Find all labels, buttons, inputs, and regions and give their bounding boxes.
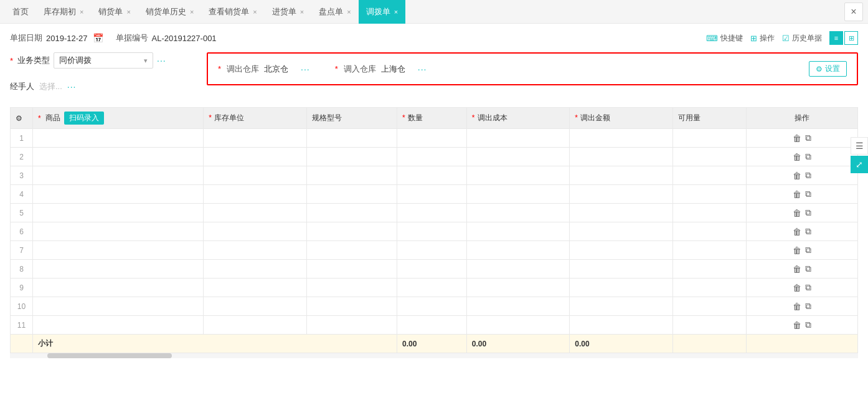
cell-spec[interactable] [306, 166, 397, 185]
tab-purchase-order-close[interactable]: × [300, 8, 304, 16]
cell-product[interactable] [33, 204, 204, 222]
scan-input-button[interactable]: 扫码录入 [64, 112, 104, 125]
cell-unit[interactable] [204, 129, 306, 148]
cell-product[interactable] [33, 278, 204, 297]
copy-icon[interactable]: ⧉ [805, 189, 811, 199]
cell-spec[interactable] [306, 297, 397, 316]
copy-icon[interactable]: ⧉ [805, 301, 811, 312]
cell-cost[interactable] [466, 222, 569, 241]
cell-product[interactable] [33, 222, 204, 241]
cell-cost[interactable] [466, 129, 569, 148]
gear-icon[interactable]: ⚙ [16, 114, 22, 123]
copy-icon[interactable]: ⧉ [805, 207, 811, 218]
cell-qty[interactable] [397, 278, 466, 297]
horizontal-scrollbar[interactable] [10, 353, 858, 358]
cell-spec[interactable] [306, 185, 397, 204]
cell-amount[interactable] [570, 278, 672, 297]
cell-amount[interactable] [570, 204, 672, 222]
cell-product[interactable] [33, 316, 204, 335]
cell-amount[interactable] [570, 185, 672, 204]
tab-sales-order[interactable]: 销货单 × [91, 0, 138, 24]
delete-icon[interactable]: 🗑 [793, 283, 801, 293]
copy-icon[interactable]: ⧉ [805, 133, 811, 143]
cell-spec[interactable] [306, 241, 397, 260]
delete-icon[interactable]: 🗑 [793, 227, 801, 237]
cell-qty[interactable] [397, 297, 466, 316]
cell-qty[interactable] [397, 204, 466, 222]
cell-spec[interactable] [306, 204, 397, 222]
cell-cost[interactable] [466, 148, 569, 166]
cell-spec[interactable] [306, 222, 397, 241]
cell-spec[interactable] [306, 278, 397, 297]
tab-view-sales[interactable]: 查看销货单 × [201, 0, 264, 24]
cell-unit[interactable] [204, 297, 306, 316]
shortcut-action[interactable]: ⌨ 快捷键 [706, 33, 743, 44]
cell-cost[interactable] [466, 204, 569, 222]
tab-sales-order-close[interactable]: × [126, 8, 130, 16]
cell-product[interactable] [33, 241, 204, 260]
delete-icon[interactable]: 🗑 [793, 245, 801, 255]
cell-amount[interactable] [570, 166, 672, 185]
cell-unit[interactable] [204, 260, 306, 278]
history-action[interactable]: ☑ 历史单据 [782, 33, 822, 44]
cell-unit[interactable] [204, 185, 306, 204]
cell-qty[interactable] [397, 185, 466, 204]
copy-icon[interactable]: ⧉ [805, 264, 811, 274]
cell-spec[interactable] [306, 129, 397, 148]
cell-unit[interactable] [204, 166, 306, 185]
cell-qty[interactable] [397, 222, 466, 241]
side-list-icon[interactable]: ☰ [851, 137, 868, 155]
copy-icon[interactable]: ⧉ [805, 226, 811, 237]
cell-unit[interactable] [204, 241, 306, 260]
scrollbar-thumb[interactable] [47, 353, 172, 358]
copy-icon[interactable]: ⧉ [805, 170, 811, 181]
cell-amount[interactable] [570, 148, 672, 166]
delete-icon[interactable]: 🗑 [793, 264, 801, 274]
cell-product[interactable] [33, 260, 204, 278]
delete-icon[interactable]: 🗑 [793, 171, 801, 181]
tab-transfer-order-close[interactable]: × [394, 8, 398, 16]
cell-cost[interactable] [466, 260, 569, 278]
cell-cost[interactable] [466, 278, 569, 297]
cell-product[interactable] [33, 297, 204, 316]
warehouse-in-more[interactable]: ··· [418, 64, 427, 74]
business-type-more[interactable]: ··· [157, 55, 166, 65]
copy-icon[interactable]: ⧉ [805, 320, 811, 330]
cell-amount[interactable] [570, 297, 672, 316]
cell-product[interactable] [33, 166, 204, 185]
tab-inventory-count-close[interactable]: × [347, 8, 351, 16]
cell-qty[interactable] [397, 316, 466, 335]
layout-grid-btn[interactable]: ⊞ [844, 31, 858, 45]
cell-spec[interactable] [306, 148, 397, 166]
business-type-select[interactable]: 同价调拨 ▾ [54, 52, 153, 69]
cell-qty[interactable] [397, 148, 466, 166]
cell-amount[interactable] [570, 316, 672, 335]
tab-transfer-order[interactable]: 调拨单 × [359, 0, 405, 24]
tab-sales-history-close[interactable]: × [190, 8, 194, 16]
cell-qty[interactable] [397, 129, 466, 148]
cell-qty[interactable] [397, 166, 466, 185]
cell-cost[interactable] [466, 316, 569, 335]
cell-cost[interactable] [466, 185, 569, 204]
calendar-icon[interactable]: 📅 [93, 33, 103, 43]
delete-icon[interactable]: 🗑 [793, 133, 801, 143]
cell-amount[interactable] [570, 260, 672, 278]
copy-icon[interactable]: ⧉ [805, 151, 811, 162]
side-expand-icon[interactable]: ⤢ [851, 156, 868, 173]
cell-unit[interactable] [204, 316, 306, 335]
handler-more[interactable]: ··· [67, 82, 77, 92]
cell-spec[interactable] [306, 260, 397, 278]
cell-qty[interactable] [397, 260, 466, 278]
handler-placeholder[interactable]: 选择... [39, 81, 62, 92]
cell-cost[interactable] [466, 297, 569, 316]
delete-icon[interactable]: 🗑 [793, 189, 801, 199]
cell-unit[interactable] [204, 222, 306, 241]
cell-spec[interactable] [306, 316, 397, 335]
tab-purchase-order[interactable]: 进货单 × [265, 0, 311, 24]
tab-inventory-init-close[interactable]: × [80, 8, 83, 16]
delete-icon[interactable]: 🗑 [793, 302, 801, 312]
cell-amount[interactable] [570, 241, 672, 260]
tab-inventory-count[interactable]: 盘点单 × [311, 0, 358, 24]
cell-unit[interactable] [204, 148, 306, 166]
cell-cost[interactable] [466, 166, 569, 185]
